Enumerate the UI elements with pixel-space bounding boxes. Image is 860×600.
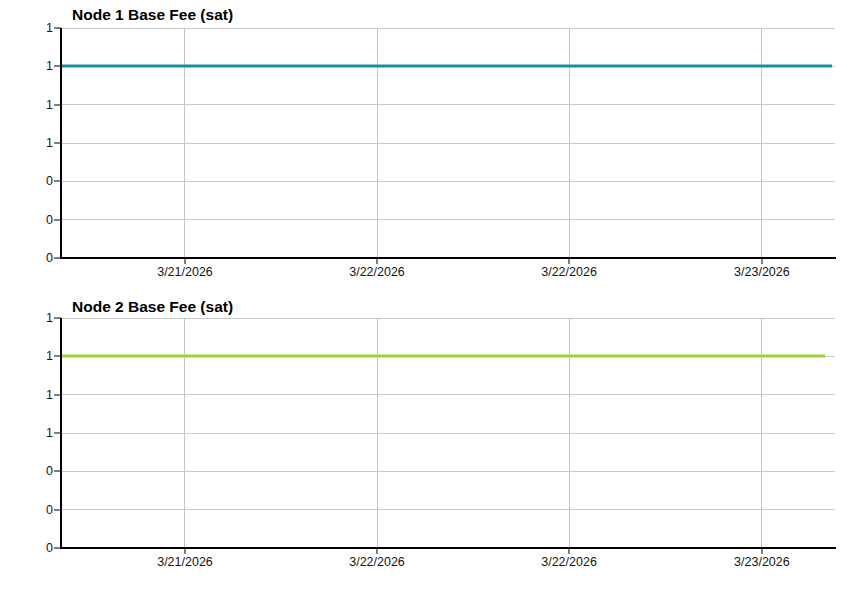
v-gridline [761,318,762,548]
chart-node-2-base-fee: Node 2 Base Fee (sat) 11110003/21/20263/… [0,290,860,600]
h-gridline [61,471,835,472]
x-axis-spine [60,547,836,549]
v-gridline [184,28,185,258]
y-tick-label: 1 [46,350,53,363]
v-gridline [569,28,570,258]
h-gridline [61,433,835,434]
v-gridline [377,28,378,258]
chart-title: Node 2 Base Fee (sat) [72,298,233,316]
y-tick-label: 0 [46,213,53,226]
x-axis-spine [60,257,836,259]
series-line [62,355,825,358]
series-line [62,65,832,68]
y-tick-label: 0 [46,503,53,516]
v-gridline [761,28,762,258]
chart-title: Node 1 Base Fee (sat) [72,6,233,24]
x-tick-label: 3/22/2026 [349,556,405,569]
x-tick-label: 3/22/2026 [349,266,405,279]
y-tick-label: 1 [46,137,53,150]
y-axis-spine [60,28,62,259]
y-tick-label: 1 [46,388,53,401]
y-tick-label: 1 [46,312,53,325]
x-tick-label: 3/21/2026 [157,266,213,279]
y-tick-label: 0 [46,465,53,478]
h-gridline [61,181,835,182]
y-tick-label: 1 [46,22,53,35]
y-tick-label: 0 [46,175,53,188]
v-gridline [184,318,185,548]
y-axis-spine [60,318,62,549]
x-tick-label: 3/22/2026 [541,556,597,569]
h-gridline [61,104,835,105]
h-gridline [61,28,835,29]
y-tick-label: 1 [46,427,53,440]
h-gridline [61,394,835,395]
x-tick-label: 3/23/2026 [734,266,790,279]
y-tick-label: 0 [46,252,53,265]
v-gridline [569,318,570,548]
x-tick-label: 3/23/2026 [734,556,790,569]
h-gridline [61,509,835,510]
x-tick-label: 3/21/2026 [157,556,213,569]
x-tick-label: 3/22/2026 [541,266,597,279]
chart-node-1-base-fee: Node 1 Base Fee (sat) 11110003/21/20263/… [0,0,860,290]
h-gridline [61,318,835,319]
h-gridline [61,219,835,220]
plot-area: 11110003/21/20263/22/20263/22/20263/23/2… [61,28,835,258]
v-gridline [377,318,378,548]
y-tick-label: 1 [46,98,53,111]
h-gridline [61,143,835,144]
plot-area: 11110003/21/20263/22/20263/22/20263/23/2… [61,318,835,548]
y-tick-label: 1 [46,60,53,73]
y-tick-label: 0 [46,542,53,555]
